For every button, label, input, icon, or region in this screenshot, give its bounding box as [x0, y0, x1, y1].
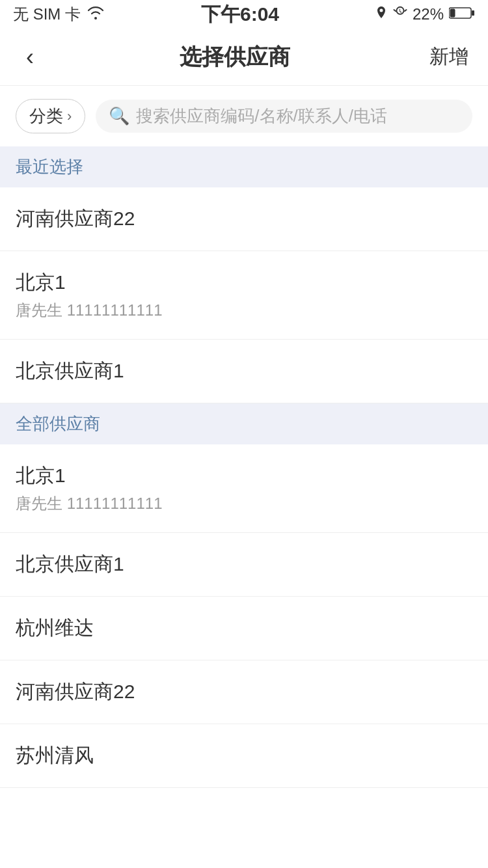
svg-rect-1: [472, 10, 474, 16]
all-items-list: 北京1唐先生 11111111111北京供应商1杭州维达河南供应商22苏州清风: [0, 444, 488, 788]
recent-section-header: 最近选择: [0, 146, 488, 187]
status-right: 22%: [375, 5, 475, 23]
list-item[interactable]: 河南供应商22: [0, 187, 488, 251]
item-name: 北京1: [16, 463, 472, 489]
search-input-wrapper[interactable]: 🔍: [96, 100, 472, 133]
recent-items-list: 河南供应商22北京1唐先生 11111111111北京供应商1: [0, 187, 488, 403]
list-item[interactable]: 北京1唐先生 11111111111: [0, 444, 488, 533]
item-sub: 唐先生 11111111111: [16, 493, 472, 514]
item-name: 河南供应商22: [16, 679, 472, 705]
search-icon: 🔍: [109, 106, 129, 126]
status-bar: 无 SIM 卡 下午6:04 22%: [0, 0, 488, 29]
nav-bar: ‹ 选择供应商 新增: [0, 29, 488, 86]
back-button[interactable]: ‹: [20, 37, 40, 77]
add-button[interactable]: 新增: [429, 44, 468, 70]
item-sub: 唐先生 11111111111: [16, 300, 472, 321]
item-name: 北京1: [16, 269, 472, 296]
list-item[interactable]: 北京1唐先生 11111111111: [0, 251, 488, 340]
battery-icon: [449, 5, 475, 23]
list-item[interactable]: 杭州维达: [0, 597, 488, 660]
search-bar: 分类 › 🔍: [0, 86, 488, 146]
status-left: 无 SIM 卡: [13, 4, 105, 25]
list-item[interactable]: 北京供应商1: [0, 340, 488, 403]
all-section-header: 全部供应商: [0, 403, 488, 444]
page-title: 选择供应商: [180, 42, 290, 72]
no-sim-text: 无 SIM 卡: [13, 4, 81, 25]
svg-rect-2: [450, 9, 455, 18]
item-name: 河南供应商22: [16, 206, 472, 232]
list-item[interactable]: 河南供应商22: [0, 660, 488, 724]
wifi-icon: [86, 5, 105, 23]
category-label: 分类: [29, 105, 63, 128]
item-name: 北京供应商1: [16, 551, 472, 578]
item-name: 苏州清风: [16, 742, 472, 769]
item-name: 北京供应商1: [16, 358, 472, 385]
category-button[interactable]: 分类 ›: [16, 99, 85, 133]
item-name: 杭州维达: [16, 615, 472, 642]
status-time: 下午6:04: [201, 1, 279, 28]
chevron-right-icon: ›: [67, 108, 72, 125]
alarm-icon: [393, 5, 407, 23]
list-item[interactable]: 北京供应商1: [0, 533, 488, 597]
location-icon: [375, 5, 388, 23]
battery-text: 22%: [413, 5, 444, 23]
list-item[interactable]: 苏州清风: [0, 724, 488, 788]
search-input[interactable]: [136, 106, 459, 126]
